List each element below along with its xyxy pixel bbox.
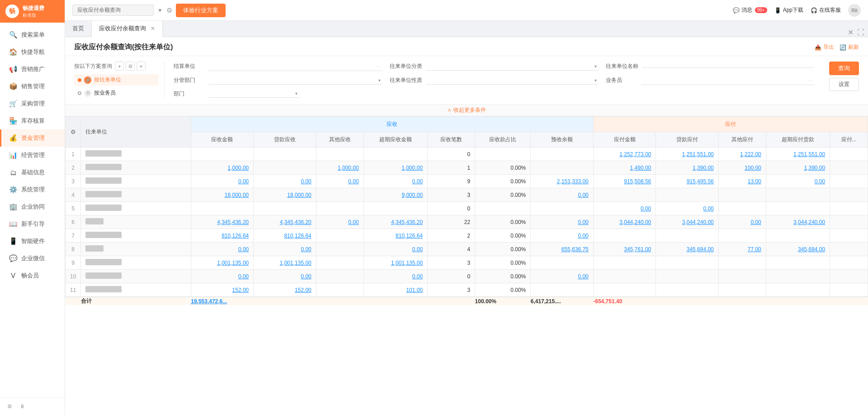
- gear-icon[interactable]: ⚙: [166, 6, 172, 14]
- refresh-button[interactable]: 🔄 刷新: [840, 43, 859, 51]
- add-scheme-button[interactable]: ＋: [115, 62, 124, 71]
- cell-ap_amount: 915,508.56: [593, 175, 656, 188]
- filter-option-partner[interactable]: 🔗 按往来单位: [74, 74, 159, 86]
- input-dept[interactable]: ▾: [209, 76, 382, 85]
- window-expand-icon[interactable]: ⛶: [857, 29, 864, 37]
- cell-partner: [81, 283, 191, 297]
- collapse-icon[interactable]: ⏸: [19, 403, 25, 410]
- export-button[interactable]: 📤 导出: [815, 43, 834, 51]
- cell-partner: [81, 270, 191, 283]
- sidebar-menu: 🔍搜索菜单🏠快捷导航📢营销推广📦销售管理🛒采购管理🏪库存核算💰资金管理📊经营管理…: [0, 23, 65, 397]
- tab-close-icon[interactable]: ✕: [151, 25, 155, 32]
- sidebar-item-search[interactable]: 🔍搜索菜单: [0, 26, 65, 43]
- avatar[interactable]: Rit: [848, 4, 861, 17]
- cell-ap_more: [830, 283, 868, 297]
- footer-ap-other: [718, 297, 766, 305]
- app-download-button[interactable]: 📱 App下载: [774, 6, 803, 14]
- logo-icon: 畅: [5, 5, 19, 18]
- sidebar-label-quick: 快捷导航: [21, 48, 45, 56]
- col-ar-ratio: 应收款占比: [475, 132, 531, 148]
- cell-no: 1: [66, 148, 81, 161]
- sidebar-label-inventory: 库存核算: [21, 117, 45, 125]
- page-title: 应收应付余额查询(按往来单位): [74, 43, 173, 52]
- table-row: 500.000.00: [66, 202, 868, 215]
- cell-ap_amount: [593, 188, 656, 202]
- cell-ar_prepay: [531, 148, 594, 161]
- sidebar-item-quick[interactable]: 🏠快捷导航: [0, 43, 65, 61]
- table-row: 11152.00152.00101.0030.00%: [66, 283, 868, 297]
- col-ar-count: 应收笔数: [428, 132, 475, 148]
- cell-ap_other: 1,222.00: [718, 148, 766, 161]
- cell-ap_overdue: 1,390.00: [766, 161, 830, 175]
- label-partner-name: 往来单位名称: [606, 62, 638, 70]
- sidebar-item-system[interactable]: ⚙️系统管理: [0, 181, 65, 198]
- sidebar-item-hardware[interactable]: 📱智能硬件: [0, 233, 65, 250]
- sidebar-item-basic[interactable]: 🗂基础信息: [0, 164, 65, 181]
- input-department[interactable]: ▾: [209, 90, 299, 98]
- setting-button[interactable]: 设置: [829, 78, 859, 91]
- cell-ap_loan: [656, 270, 719, 283]
- input-settlement[interactable]: ···: [209, 62, 382, 71]
- input-salesman[interactable]: ···: [641, 76, 815, 85]
- cell-ar_other: 0.00: [316, 215, 363, 229]
- input-partner-nature[interactable]: ▾: [426, 76, 599, 85]
- input-partner-type[interactable]: ▾: [426, 62, 599, 71]
- col-settings[interactable]: ⚙: [66, 117, 81, 148]
- sidebar-item-sales[interactable]: 📦销售管理: [0, 78, 65, 95]
- sidebar-item-purchase[interactable]: 🛒采购管理: [0, 95, 65, 112]
- cell-partner: [81, 188, 191, 202]
- col-ar-loan: 贷款应收: [254, 132, 316, 148]
- solution-button[interactable]: 体验行业方案: [176, 4, 226, 17]
- option-dot: [78, 78, 81, 82]
- sidebar-item-corp[interactable]: 🏢企业协同: [0, 198, 65, 215]
- cell-ar_loan: [254, 161, 316, 175]
- table-group-header: ⚙ 往来单位 应收 应付: [66, 117, 868, 132]
- online-service-button[interactable]: 🎧 在线客服: [811, 6, 841, 14]
- cell-ap_more: [830, 202, 868, 215]
- cell-partner: [81, 215, 191, 229]
- filter-option-salesman[interactable]: ⏱ 按业务员: [74, 87, 159, 99]
- cell-no: 6: [66, 215, 81, 229]
- cell-ar_loan: [254, 202, 316, 215]
- breadcrumb-arrow: ▼: [157, 7, 163, 14]
- cell-ar_loan: 0.00: [254, 175, 316, 188]
- tab-home[interactable]: 首页: [65, 20, 92, 37]
- sidebar-item-operations[interactable]: 📊经营管理: [0, 147, 65, 164]
- message-button[interactable]: 💬 消息 99+: [733, 6, 767, 14]
- collapse-scheme-button[interactable]: «: [137, 62, 146, 71]
- sidebar-item-inventory[interactable]: 🏪库存核算: [0, 112, 65, 129]
- option-salesman-label: 按业务员: [94, 89, 116, 97]
- tab-home-label: 首页: [72, 24, 84, 33]
- export-icon: 📤: [815, 44, 821, 51]
- sidebar-item-finance[interactable]: 💰资金管理: [0, 129, 65, 147]
- query-button[interactable]: 查询: [829, 62, 859, 75]
- sidebar-item-vip[interactable]: Ⅴ畅会员: [0, 267, 65, 284]
- cell-ar_count: 3: [428, 283, 475, 297]
- top-bar-actions: 💬 消息 99+ 📱 App下载 🎧 在线客服 Rit: [733, 4, 861, 17]
- label-settlement: 结算单位: [174, 62, 205, 70]
- settings-icon[interactable]: ⚙: [7, 403, 12, 410]
- col-ar-prepay: 预收余额: [531, 132, 594, 148]
- cell-ar_other: [316, 188, 363, 202]
- collapse-bar[interactable]: ∧ 收起更多条件: [65, 105, 868, 116]
- cell-ar_ratio: 0.00%: [475, 175, 531, 188]
- cell-ap_other: [718, 283, 766, 297]
- edit-scheme-button[interactable]: ⊙: [126, 62, 135, 71]
- option-partner-icon: 🔗: [84, 76, 91, 84]
- sidebar-item-marketing[interactable]: 📢营销推广: [0, 61, 65, 78]
- cell-partner: [81, 229, 191, 243]
- sidebar-label-guide: 新手引导: [21, 220, 45, 228]
- cell-ar_count: 4: [428, 243, 475, 256]
- sidebar-item-guide[interactable]: 📖新手引导: [0, 215, 65, 233]
- cell-ar_other: [316, 256, 363, 270]
- window-close-icon[interactable]: ✕: [848, 28, 854, 37]
- tab-arbal[interactable]: 应收应付余额查询 ✕: [92, 21, 163, 37]
- service-icon: 🎧: [811, 7, 817, 14]
- message-label: 消息: [741, 6, 752, 14]
- cell-ar_ratio: 0.00%: [475, 161, 531, 175]
- sidebar-item-wechat[interactable]: 💬企业微信: [0, 250, 65, 267]
- cell-partner: [81, 202, 191, 215]
- cell-ap_amount: 3,044,240.00: [593, 215, 656, 229]
- table-row: 64,345,436.204,345,436.200.004,345,436.2…: [66, 215, 868, 229]
- input-partner-name[interactable]: [642, 65, 815, 68]
